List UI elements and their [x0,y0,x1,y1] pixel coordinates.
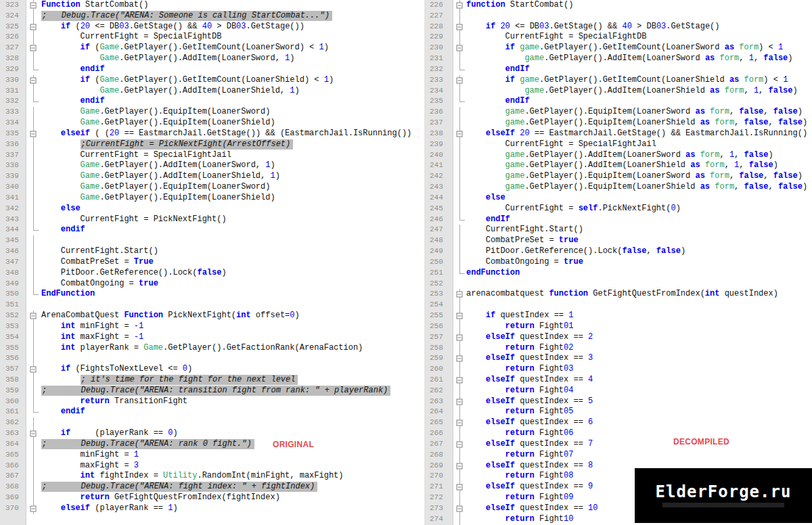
fold-minus-icon[interactable] [30,77,37,83]
fold-collapse-icon[interactable] [453,353,465,364]
code-line: 333 Game.GetPlayer().EquipItem(LoanerSwo… [0,107,418,118]
fold-minus-icon[interactable] [456,377,462,383]
fold-collapse-icon[interactable] [26,43,40,53]
fold-collapse-icon[interactable] [453,311,465,321]
fold-minus-icon[interactable] [30,131,37,137]
fold-margin [453,386,465,396]
fold-collapse-icon[interactable] [453,503,465,514]
fold-collapse-icon[interactable] [453,482,465,493]
code-text [465,300,812,311]
line-number: 354 [0,332,26,343]
code-text: Game.GetPlayer().AddItem(LoanerSword, 1) [40,160,418,171]
fold-margin [26,171,40,182]
fold-collapse-icon[interactable] [453,289,465,300]
fold-collapse-icon[interactable] [453,375,465,386]
fold-collapse-icon[interactable] [453,439,465,450]
code-line: 345 [0,235,418,246]
line-number: 273 [424,503,453,514]
fold-collapse-icon[interactable] [453,417,465,428]
line-number: 267 [424,439,453,450]
fold-margin [26,118,40,129]
fold-margin [26,268,40,279]
code-text: minFight = 1 [40,450,418,461]
fold-collapse-icon[interactable] [453,43,465,53]
fold-collapse-icon[interactable] [453,22,465,32]
fold-minus-icon[interactable] [30,431,37,437]
fold-minus-icon[interactable] [30,24,37,30]
watermark-shadow [662,503,784,507]
fold-minus-icon[interactable] [456,2,462,8]
code-line: 323Function StartCombat() [0,0,418,11]
fold-collapse-icon[interactable] [26,22,40,32]
fold-minus-icon[interactable] [30,505,37,511]
fold-minus-icon[interactable] [30,313,37,319]
fold-margin [26,193,40,204]
line-number: 365 [0,450,26,461]
line-number: 265 [424,417,453,428]
fold-minus-icon[interactable] [30,2,37,8]
fold-minus-icon[interactable] [30,45,37,51]
code-panel-decompiled[interactable]: 226function StartCombat()227228 if 20 <=… [424,0,812,525]
line-number: 246 [424,214,453,225]
fold-collapse-icon[interactable] [26,0,40,11]
fold-collapse-icon[interactable] [453,332,465,343]
fold-collapse-icon[interactable] [453,0,465,11]
fold-collapse-icon[interactable] [26,428,40,439]
code-line: 249 PitDoor.GetReference().Lock(false, f… [424,246,812,257]
fold-minus-icon[interactable] [456,398,462,405]
fold-collapse-icon[interactable] [26,503,40,514]
code-text: elseif (playerRank == 1) [40,503,418,514]
code-line: 248 CombatPreSet = true [424,235,812,246]
fold-margin [26,257,40,268]
code-text: CurrentFight = SpecialFightJail [465,139,812,150]
code-panel-original[interactable]: 323Function StartCombat()324; Debug.Trac… [0,0,418,525]
fold-collapse-icon[interactable] [453,396,465,407]
fold-margin [26,396,40,407]
fold-minus-icon[interactable] [456,45,462,51]
line-number: 250 [424,257,453,268]
fold-minus-icon[interactable] [456,505,462,511]
fold-collapse-icon[interactable] [26,311,40,321]
code-text: int maxFight = -1 [40,332,418,343]
fold-minus-icon[interactable] [456,334,462,340]
fold-minus-icon[interactable] [456,420,462,426]
fold-collapse-icon[interactable] [453,129,465,139]
code-line: 245 CurrentFight = self.PickNextFight(0) [424,204,812,214]
code-line: 326 CurrentFight = SpecialFightDB [0,32,418,43]
fold-margin [453,257,465,268]
code-line: 368; Debug.Trace("ARENA: fight index: " … [0,482,418,493]
fold-minus-icon[interactable] [456,313,462,319]
fold-minus-icon[interactable] [456,463,462,469]
code-line: 246 endIf [424,214,812,225]
code-line: 255 if questIndex == 1 [424,311,812,321]
line-number: 231 [424,53,453,64]
fold-minus-icon[interactable] [456,77,462,83]
line-number: 359 [0,386,26,396]
code-line: 252 [424,279,812,290]
fold-minus-icon[interactable] [456,484,462,490]
fold-margin [26,375,40,386]
code-text: game.GetPlayer().EquipItem(LoanerSword a… [465,171,812,182]
fold-collapse-icon[interactable] [453,75,465,86]
original-label: ORIGINAL [273,440,314,449]
fold-minus-icon[interactable] [456,441,462,447]
line-number: 230 [424,43,453,53]
fold-minus-icon[interactable] [456,24,462,30]
fold-minus-icon[interactable] [30,367,37,373]
fold-minus-icon[interactable] [456,131,462,137]
fold-collapse-icon[interactable] [26,75,40,86]
code-line: 232 endIf [424,64,812,75]
fold-minus-icon[interactable] [456,356,462,362]
code-line: 329 endif [0,64,418,75]
highlighted-comment: ; Debug.Trace("ARENA: transition fight f… [41,386,390,396]
code-line: 331 Game.GetPlayer().AddItem(LoanerShiel… [0,86,418,97]
line-number: 329 [0,64,26,75]
fold-collapse-icon[interactable] [26,364,40,375]
line-number: 347 [0,257,26,268]
fold-minus-icon[interactable] [456,292,462,298]
code-line: 234 game.GetPlayer().AddItem(LoanerShiel… [424,86,812,97]
fold-margin [453,53,465,64]
line-number: 360 [0,396,26,407]
fold-collapse-icon[interactable] [26,129,40,139]
fold-collapse-icon[interactable] [453,461,465,472]
